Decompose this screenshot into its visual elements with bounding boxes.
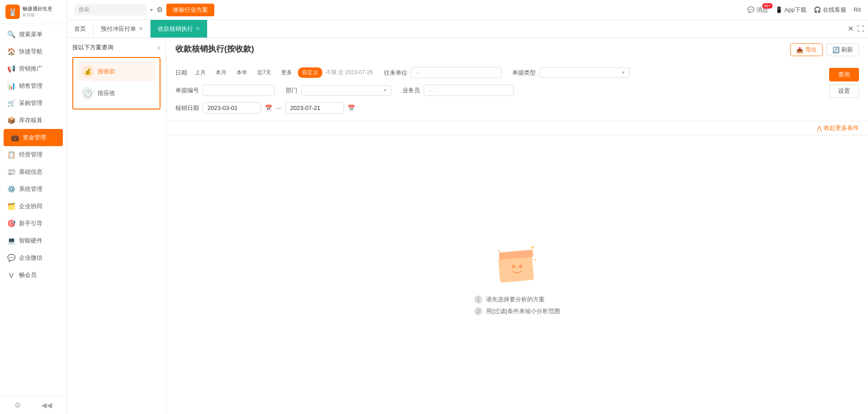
filter-option-by-receipt[interactable]: 💰 按收款: [77, 62, 156, 81]
refresh-button[interactable]: 🔄 刷新: [826, 43, 859, 56]
member-icon: V: [7, 271, 15, 279]
staff-select[interactable]: ···: [424, 85, 514, 96]
sidebar-item-purchase[interactable]: 🛒 采购管理: [0, 95, 66, 112]
sidebar-footer: ⚙ ◀◀: [0, 396, 66, 414]
receivable-icon: 🕐: [81, 87, 94, 100]
sidebar-item-management[interactable]: 📋 经营管理: [0, 146, 66, 163]
form-row-1: 日期 上月 本月 本年 近7天 更多 自定义 不限 至 2023-07-26: [175, 67, 822, 78]
counterparty-field: 往来单位 ···: [384, 67, 501, 78]
date-tag-more[interactable]: 更多: [277, 67, 296, 78]
date-tags: 上月 本月 本年 近7天 更多 自定义: [191, 67, 322, 78]
date-label: 日期: [175, 69, 187, 77]
expand-tab-button[interactable]: ⛶: [857, 25, 864, 33]
query-form: 日期 上月 本月 本年 近7天 更多 自定义 不限 至 2023-07-26: [166, 60, 868, 121]
tab-receipt-verify[interactable]: 收款核销执行 ✕: [151, 20, 208, 38]
verify-date-end-input[interactable]: [285, 102, 344, 114]
export-button[interactable]: 📤 导出: [790, 43, 823, 56]
sidebar-item-system[interactable]: ⚙️ 系统管理: [0, 181, 66, 198]
form-fields: 日期 上月 本月 本年 近7天 更多 自定义 不限 至 2023-07-26: [175, 67, 822, 114]
sidebar-item-search[interactable]: 🔍 搜索菜单: [0, 26, 66, 43]
online-service-link[interactable]: 🎧 在线客服: [814, 6, 846, 14]
info-icon: 📰: [7, 168, 15, 176]
topbar-left: 搜索 ▾ ⚙ 体验行业方案: [74, 4, 742, 16]
megaphone-icon: 📢: [7, 65, 15, 73]
docno-input[interactable]: [203, 85, 275, 96]
clipboard-icon: 📋: [7, 151, 15, 159]
sidebar-item-wechat[interactable]: 💬 企业微信: [0, 249, 66, 266]
svg-point-3: [519, 265, 523, 268]
doctype-select[interactable]: ▾: [539, 67, 630, 78]
svg-text:✦: ✦: [530, 244, 535, 251]
docno-label: 单据编号: [175, 86, 199, 95]
cart-icon: 🛒: [7, 99, 15, 107]
search-chevron-icon: ▾: [150, 7, 153, 13]
tabbar: 首页 预付冲应付单 ✕ 收款核销执行 ✕ ✕ ⛶: [67, 20, 868, 38]
cal-end-icon[interactable]: 📅: [348, 105, 355, 111]
filter-option-receivable-label: 按应收: [98, 89, 115, 97]
message-badge: 99+: [762, 3, 773, 9]
topbar-gear-icon[interactable]: ⚙: [156, 5, 163, 14]
content-wrapper: 收款核销执行(按收款) 📤 导出 🔄 刷新: [166, 38, 868, 414]
tab-home[interactable]: 首页: [67, 20, 94, 38]
empty-hints: 1 请先选择要分析的方案 2 用[过滤]条件来缩小分析范围: [474, 295, 560, 315]
date-tag-custom[interactable]: 自定义: [298, 67, 322, 78]
search-bar[interactable]: 搜索: [74, 4, 146, 15]
search-icon: 🔍: [7, 30, 15, 38]
form-row-3: 核销日期 📅 — 📅: [175, 102, 822, 114]
message-button[interactable]: 💬 消息 99+: [747, 6, 768, 14]
date-tag-last-month[interactable]: 上月: [191, 67, 210, 78]
filter-option-by-receivable[interactable]: 🕐 按应收: [77, 83, 156, 103]
close-tab-button[interactable]: ✕: [848, 24, 854, 33]
sidebar-item-collab[interactable]: 🗂️ 企业协同: [0, 198, 66, 215]
hint-num-2: 2: [474, 307, 482, 315]
filter-panel: 按以下方案查询 » 💰 按收款 🕐 按应收: [67, 38, 166, 414]
sidebar-item-quicknav[interactable]: 🏠 快捷导航: [0, 43, 66, 60]
set-button[interactable]: 设置: [829, 84, 859, 98]
hardware-icon: 💻: [7, 237, 15, 245]
sidebar-item-basic-info[interactable]: 📰 基础信息: [0, 163, 66, 181]
date-tag-7days[interactable]: 近7天: [253, 67, 275, 78]
dept-label: 部门: [286, 86, 297, 95]
date-tag-this-month[interactable]: 本月: [212, 67, 231, 78]
page-actions: 📤 导出 🔄 刷新: [790, 43, 859, 56]
date-separator: —: [276, 105, 282, 111]
filter-option-receipt-label: 按收款: [98, 67, 115, 76]
staff-dots: ···: [429, 87, 434, 94]
sidebar-item-inventory[interactable]: 📦 库存核算: [0, 112, 66, 129]
sidebar-item-hardware[interactable]: 💻 智能硬件: [0, 232, 66, 249]
sidebar-item-member[interactable]: V 畅会员: [0, 266, 66, 284]
cal-start-icon[interactable]: 📅: [265, 105, 272, 111]
app-download-link[interactable]: 📱 App下载: [775, 6, 807, 14]
query-button[interactable]: 查询: [829, 68, 859, 81]
dept-select[interactable]: ▾: [301, 85, 392, 95]
sidebar-item-finance[interactable]: 💼 资金管理: [4, 129, 63, 146]
collapse-chevron-icon: ⋀: [817, 125, 822, 132]
settings-icon[interactable]: ⚙: [14, 401, 21, 409]
svg-text:✦: ✦: [533, 258, 537, 262]
box-icon: 📦: [7, 116, 15, 124]
doctype-arrow-icon: ▾: [622, 70, 625, 76]
logo-icon: 🐰: [5, 5, 20, 19]
phone-icon: 📱: [775, 6, 783, 13]
collapse-sidebar-icon[interactable]: ◀◀: [41, 401, 52, 409]
date-tag-this-year[interactable]: 本年: [232, 67, 251, 78]
close-tab-receipt-icon[interactable]: ✕: [196, 26, 200, 32]
sidebar-item-marketing[interactable]: 📢 营销推广: [0, 60, 66, 77]
tab-prepay[interactable]: 预付冲应付单 ✕: [94, 20, 151, 38]
staff-field: 业务员 ···: [402, 85, 514, 96]
app-name: 畅捷通好生意: [23, 5, 52, 12]
verify-date-start-input[interactable]: [203, 102, 261, 114]
app-logo: 🐰 畅捷通好生意 标准版: [0, 0, 66, 24]
sidebar-item-guide[interactable]: 🎯 新手引导: [0, 215, 66, 232]
sidebar-item-sales[interactable]: 📊 销售管理: [0, 77, 66, 95]
filter-collapse-icon[interactable]: »: [157, 44, 160, 51]
verify-date-label: 核销日期: [175, 104, 199, 112]
collapse-more-conditions-bar[interactable]: ⋀ 收起更多条件: [166, 121, 868, 135]
home-icon: 🏠: [7, 48, 15, 56]
close-tab-prepay-icon[interactable]: ✕: [139, 26, 143, 32]
industry-solution-button[interactable]: 体验行业方案: [166, 4, 214, 16]
counterparty-select[interactable]: ···: [411, 67, 501, 78]
empty-illustration: ✦ ✦ ✦: [490, 234, 544, 288]
headset-icon: 🎧: [814, 6, 821, 13]
wechat-icon: 💬: [7, 254, 15, 262]
